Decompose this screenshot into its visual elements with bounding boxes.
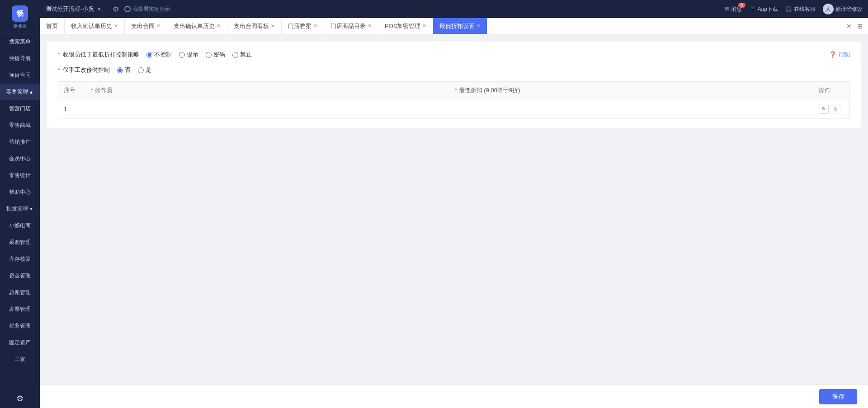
sidebar-item-project-contract[interactable]: 项目合同 [0, 67, 40, 84]
topbar-divider [107, 5, 107, 14]
project-arrow-icon: ▼ [97, 7, 101, 12]
manual-price-label: * 仅手工改价时控制 [58, 66, 110, 74]
demo-link[interactable]: 我要看实例演示 [124, 5, 170, 13]
topbar-right: ✉ 消息 8 📱 App下载 🎧 在线客服 人 徐泽华修改 [725, 4, 863, 14]
sidebar-item-fixed-assets[interactable]: 固定资产 [0, 334, 40, 351]
message-icon: ✉ [725, 6, 729, 12]
footer: 保存 [40, 385, 868, 408]
table-body: 1 ✎ 🗑 [58, 99, 849, 119]
sidebar-item-search[interactable]: 搜索菜单 [0, 33, 40, 50]
strategy-password[interactable]: 密码 [206, 51, 225, 59]
main-area: 测试分开流程-小况 ▼ ⚙ 我要看实例演示 ✉ 消息 8 📱 App下载 🎧 在… [40, 0, 868, 408]
tab-min-discount-settings[interactable]: 最低折扣设置 ✕ [433, 18, 487, 34]
online-service-button[interactable]: 🎧 在线客服 [785, 5, 816, 13]
tab-close-payment-confirm-hist[interactable]: ✕ [217, 23, 221, 29]
sidebar-item-tax-mgmt[interactable]: 税务管理 [0, 318, 40, 334]
sidebar-item-inventory[interactable]: 库存核算 [0, 251, 40, 267]
sidebar-item-purchase-mgmt[interactable]: 采购管理 [0, 234, 40, 251]
td-actions: ✎ 🗑 [813, 99, 849, 118]
tab-close-store-product-catalog[interactable]: ✕ [368, 23, 372, 29]
avatar: 人 [823, 4, 834, 14]
app-logo-text: 专业版 [13, 23, 27, 29]
user-profile[interactable]: 人 徐泽华修改 [823, 4, 863, 14]
tab-close-payment-contract[interactable]: ✕ [156, 23, 160, 29]
messages-button[interactable]: ✉ 消息 8 [725, 5, 742, 13]
manual-price-yes[interactable]: 是 [138, 66, 151, 74]
sidebar-item-retail-mall[interactable]: 零售商城 [0, 117, 40, 134]
edit-row-button[interactable]: ✎ [819, 104, 829, 114]
sidebar-item-member-center[interactable]: 会员中心 [0, 150, 40, 167]
strategy-radio-group: 不控制 提示 密码 禁止 [146, 51, 252, 59]
tabs-bar: 首页 收入确认单历史 ✕ 支出合同 ✕ 支出确认单历史 ✕ 支出合同看板 ✕ 门… [40, 18, 868, 34]
tab-home[interactable]: 首页 [40, 18, 65, 34]
app-logo-icon: 畅 [12, 5, 28, 22]
strategy-prompt[interactable]: 提示 [179, 51, 198, 59]
tab-close-pos-password-mgmt[interactable]: ✕ [422, 23, 426, 29]
sidebar-logo: 畅 专业版 [0, 0, 40, 33]
topbar-settings-icon[interactable]: ⚙ [113, 5, 119, 14]
app-download-button[interactable]: 📱 App下载 [749, 5, 778, 13]
tab-close-min-discount-settings[interactable]: ✕ [476, 23, 481, 29]
manual-price-radio-group: 否 是 [117, 66, 151, 74]
tabs-close-all-icon[interactable]: ✕ [844, 22, 854, 31]
sidebar-item-batch-mgmt[interactable]: 批发管理 ▼ [0, 201, 40, 217]
delete-row-button[interactable]: 🗑 [830, 104, 840, 114]
settings-card: * 收银员低于最低折扣控制策略 不控制 提示 密码 [47, 42, 861, 128]
project-selector[interactable]: 测试分开流程-小况 ▼ [45, 5, 101, 13]
save-button[interactable]: 保存 [819, 389, 857, 404]
td-seq: 1 [58, 101, 85, 117]
strategy-label: * 收银员低于最低折扣控制策略 [58, 51, 139, 59]
topbar: 测试分开流程-小况 ▼ ⚙ 我要看实例演示 ✉ 消息 8 📱 App下载 🎧 在… [40, 0, 868, 18]
tab-close-store-archive[interactable]: ✕ [313, 23, 317, 29]
sidebar-item-salary[interactable]: 工资 [0, 351, 40, 368]
tab-income-confirm[interactable]: 收入确认单历史 ✕ [65, 18, 125, 34]
demo-circle-icon [124, 6, 131, 12]
manual-price-form-row: * 仅手工改价时控制 否 是 [58, 66, 850, 74]
help-link[interactable]: ❓ 帮助 [829, 51, 850, 59]
headset-icon: 🎧 [785, 6, 792, 12]
tab-close-payment-contract-board[interactable]: ✕ [271, 23, 275, 29]
sidebar-item-ledger[interactable]: 总账管理 [0, 284, 40, 301]
sidebar-settings-icon[interactable]: ⚙ [0, 389, 40, 408]
sidebar: 畅 专业版 搜索菜单 快捷导航 项目合同 零售管理 ▲ 智营门店 零售商城 营销… [0, 0, 40, 408]
tabs-expand-icon[interactable]: ⊞ [855, 22, 864, 31]
sidebar-item-smart-store[interactable]: 智营门店 [0, 100, 40, 117]
discount-table: 序号 操作员 最低折扣 (9.00等于9折) 操作 1 [58, 81, 850, 119]
th-operator: 操作员 [85, 82, 449, 99]
tabs-actions: ✕ ⊞ [841, 22, 868, 31]
td-min-discount [449, 104, 813, 113]
messages-badge: 8 [738, 3, 745, 8]
strategy-forbid[interactable]: 禁止 [232, 51, 252, 59]
manual-price-no[interactable]: 否 [117, 66, 131, 74]
tab-payment-confirm-hist[interactable]: 支出确认单历史 ✕ [167, 18, 227, 34]
content-area: * 收银员低于最低折扣控制策略 不控制 提示 密码 [40, 34, 868, 385]
strategy-no-control[interactable]: 不控制 [146, 51, 172, 59]
th-seq: 序号 [58, 82, 85, 99]
tab-payment-contract-board[interactable]: 支出合同看板 ✕ [227, 18, 282, 34]
sidebar-item-ecommerce[interactable]: 小畅电商 [0, 217, 40, 234]
strategy-form-row: * 收银员低于最低折扣控制策略 不控制 提示 密码 [58, 51, 850, 59]
sidebar-item-invoice-mgmt[interactable]: 发票管理 [0, 301, 40, 318]
sidebar-item-retail-stats[interactable]: 零售统计 [0, 167, 40, 184]
tab-store-archive[interactable]: 门店档案 ✕ [282, 18, 324, 34]
table-row: 1 ✎ 🗑 [58, 99, 849, 119]
project-name: 测试分开流程-小况 [45, 5, 94, 13]
sidebar-item-help-center[interactable]: 帮助中心 [0, 184, 40, 201]
th-actions: 操作 [813, 82, 849, 99]
tab-payment-contract[interactable]: 支出合同 ✕ [125, 18, 167, 34]
th-min-discount: 最低折扣 (9.00等于9折) [449, 82, 813, 99]
table-header: 序号 操作员 最低折扣 (9.00等于9折) 操作 [58, 82, 849, 99]
sidebar-item-shortcuts[interactable]: 快捷导航 [0, 50, 40, 67]
sidebar-item-retail-mgmt[interactable]: 零售管理 ▲ [0, 84, 40, 100]
mobile-icon: 📱 [749, 6, 756, 12]
tab-close-income-confirm[interactable]: ✕ [114, 23, 118, 29]
sidebar-item-marketing[interactable]: 营销推广 [0, 134, 40, 150]
td-operator [85, 104, 449, 113]
tab-pos-password-mgmt[interactable]: POS加密管理 ✕ [378, 18, 433, 34]
tab-store-product-catalog[interactable]: 门店商品目录 ✕ [324, 18, 378, 34]
sidebar-item-finance[interactable]: 资金管理 [0, 267, 40, 284]
